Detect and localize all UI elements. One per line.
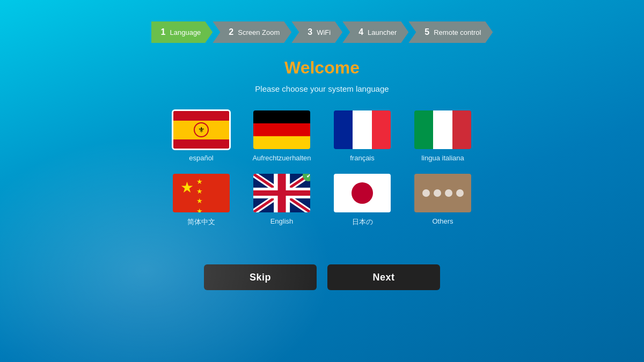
others-dot-2: [434, 189, 441, 197]
lang-label-chinese: 简体中文: [187, 217, 215, 227]
lang-label-italian: lingua italiana: [421, 154, 464, 162]
flag-french: [333, 109, 392, 150]
step-4-number: 4: [358, 27, 363, 37]
lang-item-spanish[interactable]: ⚜ español: [169, 109, 233, 162]
lang-label-spanish: español: [189, 154, 214, 162]
lang-label-others: Others: [432, 217, 453, 225]
lang-item-italian[interactable]: lingua italiana: [411, 109, 475, 162]
flag-chinese: ★ ★ ★ ★ ★: [172, 173, 231, 213]
step-1-label: Language: [170, 28, 201, 36]
lang-item-french[interactable]: français: [330, 109, 394, 162]
subtitle: Please choose your system language: [255, 84, 389, 93]
language-grid: ⚜ español Aufrechtzuerhalten: [169, 109, 475, 227]
skip-button[interactable]: Skip: [204, 264, 317, 290]
step-3[interactable]: 3 WiFi: [291, 21, 342, 43]
step-3-number: 3: [308, 27, 312, 37]
main-content: Welcome Please choose your system langua…: [0, 58, 644, 290]
step-1[interactable]: 1 Language: [151, 21, 213, 43]
step-4-label: Launcher: [368, 28, 397, 36]
flag-english: ✓: [252, 173, 311, 213]
step-5[interactable]: 5 Remote control: [408, 21, 493, 43]
step-3-label: WiFi: [317, 28, 331, 36]
flag-italian: [413, 109, 472, 150]
flag-spanish: ⚜: [172, 109, 231, 150]
lang-label-japanese: 日本の: [352, 217, 373, 227]
step-2-label: Screen Zoom: [238, 28, 280, 36]
step-1-number: 1: [161, 27, 166, 37]
bottom-buttons: Skip Next: [204, 264, 440, 290]
step-2-number: 2: [229, 27, 233, 37]
lang-label-english: English: [270, 217, 294, 225]
flag-japanese: [333, 173, 392, 213]
step-2[interactable]: 2 Screen Zoom: [213, 21, 291, 43]
stepper: 1 Language 2 Screen Zoom 3 WiFi 4 Launch…: [0, 0, 644, 43]
step-5-label: Remote control: [434, 28, 481, 36]
step-5-number: 5: [425, 27, 429, 37]
lang-item-chinese[interactable]: ★ ★ ★ ★ ★ 简体中文: [169, 173, 233, 227]
lang-item-japanese[interactable]: 日本の: [330, 173, 394, 227]
lang-label-french: français: [350, 154, 375, 162]
others-dot-4: [456, 189, 464, 197]
lang-label-german: Aufrechtzuerhalten: [252, 154, 311, 162]
flag-german: [252, 109, 311, 150]
step-4[interactable]: 4 Launcher: [342, 21, 408, 43]
next-button[interactable]: Next: [327, 264, 440, 290]
welcome-title: Welcome: [284, 58, 360, 78]
flag-others: [413, 173, 472, 213]
lang-item-others[interactable]: Others: [411, 173, 475, 227]
others-dot-3: [445, 189, 452, 197]
lang-item-english[interactable]: ✓ English: [250, 173, 314, 227]
lang-item-german[interactable]: Aufrechtzuerhalten: [250, 109, 314, 162]
others-dot-1: [422, 189, 430, 197]
